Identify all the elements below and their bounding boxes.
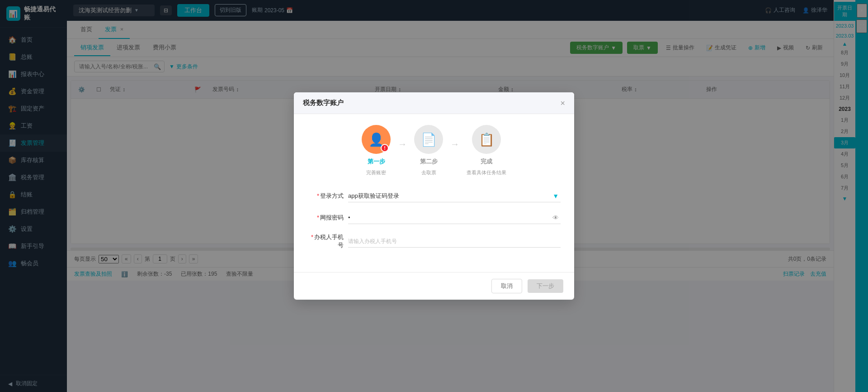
eye-toggle-icon[interactable]: 👁 — [552, 214, 559, 221]
step-2: 📄 第二步 去取票 — [414, 125, 443, 176]
phone-input[interactable] — [348, 235, 561, 248]
modal-footer: 取消 下一步 — [294, 272, 574, 300]
step-3-circle: 📋 — [472, 125, 501, 154]
step-arrow-2: → — [450, 139, 459, 149]
step-3-icon: 📋 — [479, 132, 495, 147]
step-1-circle: 👤 ! — [362, 125, 391, 154]
step-2-icon: 📄 — [421, 132, 437, 147]
step-3-label: 完成 — [481, 158, 492, 166]
digital-account-modal: 税务数字账户 × 👤 ! 第一步 完善账密 → — [294, 92, 574, 300]
step-arrow-1: → — [398, 139, 407, 149]
next-step-button[interactable]: 下一步 — [528, 279, 563, 293]
modal-title: 税务数字账户 — [303, 99, 344, 107]
password-row: 网报密码 👁 — [307, 211, 561, 224]
step-2-desc: 去取票 — [421, 169, 436, 176]
password-input[interactable] — [348, 211, 561, 224]
phone-row: 办税人手机号 — [307, 233, 561, 249]
step-1: 👤 ! 第一步 完善账密 — [362, 125, 391, 176]
password-control: 👁 — [348, 211, 561, 224]
modal-close-button[interactable]: × — [560, 99, 565, 107]
step-1-alert: ! — [381, 144, 389, 152]
login-method-row: 登录方式 app获取验证码登录 ▼ — [307, 190, 561, 202]
phone-label: 办税人手机号 — [307, 233, 348, 249]
steps-indicator: 👤 ! 第一步 完善账密 → 📄 第二步 去取票 → — [307, 125, 561, 176]
step-1-label: 第一步 — [368, 158, 385, 166]
step-3: 📋 完成 查看具体任务结果 — [467, 125, 506, 176]
password-label: 网报密码 — [307, 214, 348, 222]
step-2-circle: 📄 — [414, 125, 443, 154]
login-method-select[interactable]: app获取验证码登录 — [348, 190, 561, 202]
login-method-control: app获取验证码登录 ▼ — [348, 190, 561, 202]
login-method-label: 登录方式 — [307, 192, 348, 200]
cancel-button[interactable]: 取消 — [491, 279, 522, 293]
step-1-desc: 完善账密 — [366, 169, 386, 176]
modal-body: 👤 ! 第一步 完善账密 → 📄 第二步 去取票 → — [294, 114, 574, 272]
step-3-desc: 查看具体任务结果 — [467, 169, 506, 176]
modal-header: 税务数字账户 × — [294, 92, 574, 114]
modal-overlay: 税务数字账户 × 👤 ! 第一步 完善账密 → — [0, 0, 868, 392]
phone-control — [348, 235, 561, 248]
step-2-label: 第二步 — [420, 158, 438, 166]
